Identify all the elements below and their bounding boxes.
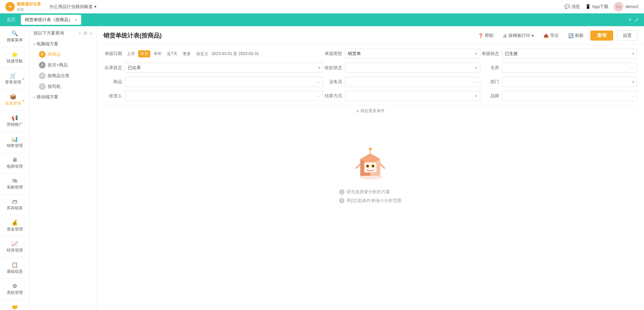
tab-home[interactable]: 首页 bbox=[3, 15, 19, 25]
sidebar-item-basic-info[interactable]: 📋 基础信息 bbox=[0, 258, 29, 279]
tab-maximize-icon[interactable]: ⤢ bbox=[634, 17, 639, 23]
industry-selector[interactable]: 办公用品行业模拟账套 ▾ bbox=[49, 4, 97, 10]
sidebar-item-management[interactable]: 📈 经营管理 bbox=[0, 237, 29, 258]
filter-row-4: 收货人 ··· 结算方式 品牌 bbox=[103, 91, 637, 101]
filter-cell-staff: 业务员 ··· bbox=[323, 77, 480, 87]
warehouse-more-icon[interactable]: ··· bbox=[630, 65, 634, 70]
brand-control[interactable]: ··· bbox=[502, 91, 637, 101]
sidebar-item-sales[interactable]: 📊 销售管理 bbox=[0, 132, 29, 153]
refresh-btn[interactable]: 🔄 刷新 bbox=[566, 31, 586, 40]
payment-status-dropdown-icon bbox=[475, 65, 477, 70]
filter-cell-recipient: 收货人 ··· bbox=[103, 91, 323, 101]
chevron-down-icon: ▾ bbox=[94, 4, 97, 9]
tab-close-icon[interactable]: × bbox=[75, 17, 77, 22]
tree-child-by-goods[interactable]: 按 按商品 bbox=[35, 49, 96, 60]
sidebar-item-cooperation[interactable]: 🤝 企业协同 bbox=[0, 300, 29, 310]
warehouse-control[interactable]: ··· bbox=[502, 63, 637, 73]
sidebar-item-wholesale[interactable]: 📦 批发管理 ▴ bbox=[0, 90, 29, 111]
page-actions: ❓ 帮助 🖨 按模板打印 ▾ 📤 导出 🔄 刷新 bbox=[475, 30, 637, 41]
sidebar-item-system[interactable]: ⚙ 系统管理 bbox=[0, 279, 29, 300]
warehouse-label: 仓库 bbox=[480, 65, 499, 71]
sidebar-item-ecommerce[interactable]: 🖥 电商管理 bbox=[0, 153, 29, 174]
export-btn[interactable]: 📤 导出 bbox=[541, 31, 561, 40]
collapse-panel-btn[interactable]: « bbox=[90, 31, 92, 36]
collapse-bar[interactable]: ∧ 收起更多条件 bbox=[103, 105, 637, 116]
empty-illustration bbox=[350, 141, 390, 181]
header-sep bbox=[45, 3, 45, 10]
logo-text: 畅捷通好生意 标版 bbox=[17, 1, 41, 12]
date-tab-more[interactable]: 更多 bbox=[181, 50, 193, 57]
date-tab-this-year[interactable]: 本年 bbox=[152, 50, 164, 57]
date-tab-this-month[interactable]: 本月 bbox=[138, 50, 150, 57]
warehouse-status-dropdown-icon bbox=[318, 65, 320, 70]
tree-child-by-month-goods[interactable]: 月 按月+商品 bbox=[35, 60, 96, 70]
sidebar-item-quick-nav[interactable]: ⭐ 快捷导航 bbox=[0, 47, 29, 68]
page-title: 销货单统计表(按商品) bbox=[103, 32, 162, 40]
filter-cell-warehouse: 仓库 ··· bbox=[480, 63, 637, 73]
empty-tips: 1 请先选择要分析的方案 2 用[过滤]条件来缩小分析范围 bbox=[339, 188, 401, 205]
recipient-more-icon[interactable]: ··· bbox=[316, 93, 320, 99]
sidebar-item-inventory[interactable]: 🗃 库存核算 bbox=[0, 195, 29, 215]
tree-group-mobile: ▸ 移动端方案 bbox=[30, 92, 96, 102]
date-tab-last-month[interactable]: 上月 bbox=[125, 50, 137, 57]
message-btn[interactable]: 💬 消息 bbox=[565, 4, 580, 10]
sidebar-item-search[interactable]: 🔍 搜索菜单 bbox=[0, 26, 29, 47]
left-panel: 按以下方案查询 + ⚙ « ▾ 电脑端方案 按 按商品 bbox=[30, 26, 97, 310]
sidebar-item-finance[interactable]: 💰 资金管理 bbox=[0, 215, 29, 237]
refresh-icon: 🔄 bbox=[568, 33, 574, 38]
recipient-control[interactable]: ··· bbox=[125, 91, 323, 101]
tree-arrow-mobile-icon: ▸ bbox=[34, 95, 35, 99]
add-scheme-btn[interactable]: + bbox=[78, 31, 81, 36]
filter-row-3: 商品 ··· 业务员 ··· 部门 bbox=[103, 77, 637, 87]
tree-child-by-category[interactable]: 类 按商品分类 bbox=[35, 70, 96, 81]
date-tabs: 上月 本月 本年 近7天 更多 自定义 bbox=[125, 50, 210, 57]
left-panel-title: 按以下方案查询 bbox=[34, 30, 64, 36]
scheme-icon-goods: 按 bbox=[39, 51, 46, 58]
sidebar-item-retail[interactable]: 🛒 零售管理 ▾ bbox=[0, 68, 29, 90]
print-btn[interactable]: 🖨 按模板打印 ▾ bbox=[500, 31, 537, 40]
tab-minimize-icon[interactable]: × bbox=[629, 17, 632, 23]
user-area[interactable]: Ea demo2 bbox=[614, 2, 639, 11]
settings-scheme-btn[interactable]: ⚙ bbox=[83, 31, 88, 36]
sidebar-item-marketing[interactable]: 📢 营销推广 bbox=[0, 111, 29, 132]
goods-more-icon[interactable]: ··· bbox=[316, 79, 320, 85]
type-label: 单据类型 bbox=[323, 51, 342, 57]
settings-button[interactable]: 设置 bbox=[617, 30, 637, 41]
goods-label: 商品 bbox=[103, 79, 122, 85]
staff-control[interactable]: ··· bbox=[345, 77, 480, 87]
svg-point-7 bbox=[367, 165, 369, 167]
main-panel: 销货单统计表(按商品) ❓ 帮助 🖨 按模板打印 ▾ 📤 导出 bbox=[97, 26, 644, 310]
warehouse-status-control[interactable]: 已出库 bbox=[125, 63, 323, 73]
tree-child-by-driver[interactable]: 司 按司机 bbox=[35, 81, 96, 92]
download-icon: 📱 bbox=[585, 4, 591, 9]
filter-cell-warehouse-status: 出库状态 已出库 bbox=[103, 63, 323, 73]
help-btn[interactable]: ❓ 帮助 bbox=[475, 31, 496, 40]
filter-cell-brand: 品牌 ··· bbox=[480, 91, 637, 101]
brand-more-icon[interactable]: ··· bbox=[630, 93, 634, 99]
type-control[interactable]: 销货单 bbox=[345, 49, 480, 59]
tree-parent-desktop[interactable]: ▾ 电脑端方案 bbox=[30, 39, 96, 49]
dept-control[interactable] bbox=[502, 77, 637, 87]
app-download-btn[interactable]: 📱 App下载 bbox=[585, 4, 608, 10]
goods-control[interactable]: ··· bbox=[125, 77, 323, 87]
svg-point-8 bbox=[372, 165, 374, 167]
sidebar-item-purchase[interactable]: 🛍 采购管理 bbox=[0, 174, 29, 195]
date-range: 2023-03-01 至 2023-03-31 bbox=[212, 51, 259, 57]
header-left: ✦ 畅捷通好生意 标版 办公用品行业模拟账套 ▾ bbox=[5, 1, 97, 12]
tree-group-desktop: ▾ 电脑端方案 按 按商品 月 按月+商品 类 按商品分类 bbox=[30, 39, 96, 92]
filter-cell-payment-status: 收款状态 bbox=[323, 63, 480, 73]
payment-method-control[interactable] bbox=[345, 91, 480, 101]
date-tab-7days[interactable]: 近7天 bbox=[165, 50, 179, 57]
status-label: 单据状态 bbox=[480, 51, 499, 57]
date-tab-custom[interactable]: 自定义 bbox=[194, 50, 210, 57]
staff-more-icon[interactable]: ··· bbox=[473, 79, 477, 85]
payment-status-control[interactable] bbox=[345, 63, 480, 73]
payment-status-label: 收款状态 bbox=[323, 65, 342, 71]
filter-form: 单据日期 上月 本月 本年 近7天 更多 自定义 2023-03-01 至 20… bbox=[97, 45, 644, 120]
help-icon: ❓ bbox=[478, 33, 483, 38]
query-button[interactable]: 查询 bbox=[590, 31, 613, 41]
tab-active[interactable]: 销货单统计表（按商品） × bbox=[21, 15, 81, 25]
status-control[interactable]: 已生效 bbox=[502, 49, 637, 59]
tree-parent-mobile[interactable]: ▸ 移动端方案 bbox=[30, 92, 96, 102]
scheme-icon-category: 类 bbox=[39, 72, 46, 79]
